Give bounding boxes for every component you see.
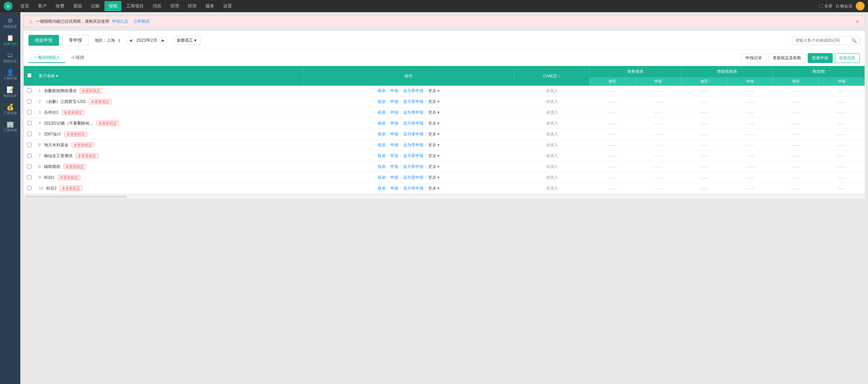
sidebar-item-tax-settings[interactable]: ⚙ 报税设置 [1, 15, 20, 31]
row-finance-fill: —— [590, 86, 635, 97]
op-more[interactable]: 更多 ▾ [428, 153, 439, 158]
nav-item-tax[interactable]: 报税 [104, 1, 121, 11]
op-more[interactable]: 更多 ▾ [428, 99, 439, 104]
row-checkbox[interactable] [27, 132, 32, 136]
op-declare[interactable]: 申报 [390, 88, 398, 93]
op-tax-form[interactable]: 税表 [378, 164, 386, 169]
op-set-zero[interactable]: 设为零申报 [403, 164, 423, 169]
nav-item-service[interactable]: 服务 [201, 1, 218, 11]
op-set-zero[interactable]: 设为零申报 [403, 186, 423, 191]
op-set-zero[interactable]: 设为零申报 [403, 121, 423, 126]
op-declare[interactable]: 申报 [390, 99, 398, 104]
row-checkbox[interactable] [27, 164, 32, 169]
nav-item-accounting[interactable]: 记账 [87, 1, 104, 11]
op-tax-form[interactable]: 税表 [378, 88, 386, 93]
op-set-zero[interactable]: 设为零申报 [403, 175, 423, 180]
nav-item-invoice[interactable]: 票据 [69, 1, 86, 11]
banner-close-btn[interactable]: ✕ [855, 19, 860, 24]
nav-item-settings[interactable]: 设置 [219, 1, 236, 11]
prev-month-btn[interactable]: ◀ [127, 37, 134, 44]
op-more[interactable]: 更多 ▾ [428, 186, 439, 191]
row-ca-status: 未填入 [514, 129, 590, 140]
search-icon[interactable]: 🔍 [851, 38, 857, 43]
nav-item-message[interactable]: 消息 [149, 1, 165, 11]
op-declare[interactable]: 申报 [390, 121, 398, 126]
op-set-zero[interactable]: 设为零申报 [403, 110, 423, 115]
op-tax-form[interactable]: 税表 [378, 175, 386, 180]
op-set-zero[interactable]: 设为零申报 [403, 88, 423, 93]
nav-item-manage[interactable]: 管理 [166, 1, 183, 11]
op-more[interactable]: 更多 ▾ [428, 143, 439, 147]
op-tax-form[interactable]: 税表 [378, 99, 386, 104]
op-more[interactable]: 更多 ▾ [428, 110, 439, 115]
sidebar-item-calc-clear[interactable]: 💰 汇算清缴 [1, 101, 20, 118]
row-checkbox[interactable] [27, 143, 32, 147]
op-tax-form[interactable]: 税表 [378, 153, 386, 158]
sidebar-item-report-overview[interactable]: 🗂 报税总览 [1, 49, 20, 66]
sidebar-item-business-report[interactable]: 🏢 工商年报 [1, 119, 20, 135]
row-checkbox[interactable] [27, 99, 32, 104]
row-checkbox[interactable] [27, 153, 32, 158]
op-tax-form[interactable]: 税表 [378, 110, 386, 115]
row-ops: 税表 | 申报 | 设为零申报 | 更多 ▾ [303, 151, 514, 162]
row-checkbox[interactable] [27, 110, 32, 114]
row-checkbox[interactable] [27, 175, 32, 179]
op-more[interactable]: 更多 ▾ [428, 88, 439, 93]
op-tax-form[interactable]: 税表 [378, 132, 386, 136]
btn-collect-receipt[interactable]: 收取回执 [835, 53, 860, 63]
op-declare[interactable]: 申报 [390, 175, 398, 180]
op-declare[interactable]: 申报 [390, 132, 398, 136]
op-tax-form[interactable]: 税表 [378, 143, 386, 147]
op-declare[interactable]: 申报 [390, 186, 398, 191]
row-finance-fill: —— [590, 107, 635, 118]
op-declare[interactable]: 申报 [390, 110, 398, 115]
op-declare[interactable]: 申报 [390, 153, 398, 158]
row-checkbox[interactable] [27, 186, 32, 190]
op-set-zero[interactable]: 设为零申报 [403, 153, 423, 158]
row-finance-fill: —— [590, 183, 635, 194]
banner-link-summary[interactable]: 申报汇总 [112, 19, 128, 24]
fullscreen-btn[interactable]: ⛶ 全屏 [819, 3, 832, 9]
ca-status-text: 未填入 [546, 110, 558, 115]
nav-item-operation[interactable]: 经营 [184, 1, 201, 11]
tab-zero-declare[interactable]: 零申报 [62, 35, 88, 46]
sidebar-item-personal-report[interactable]: 👤 个税申报 [1, 67, 20, 83]
op-more[interactable]: 更多 ▾ [428, 175, 439, 180]
row-checkbox-cell [24, 172, 35, 183]
nav-item-customer[interactable]: 客户 [34, 1, 51, 11]
btn-report-records[interactable]: 申报记录 [741, 53, 766, 63]
staff-select[interactable]: 全部员工 ▾ [174, 36, 201, 45]
op-set-zero[interactable]: 设为零申报 [403, 143, 423, 147]
row-checkbox[interactable] [27, 121, 32, 125]
next-month-btn[interactable]: ▶ [159, 37, 167, 44]
op-declare[interactable]: 申报 [390, 164, 398, 169]
sidebar-item-report-records[interactable]: 📝 报税记录 [1, 84, 20, 101]
op-more[interactable]: 更多 ▾ [428, 132, 439, 136]
avatar[interactable]: C [856, 2, 865, 10]
banner-link-buy[interactable]: 立即购买 [134, 19, 150, 24]
op-set-zero[interactable]: 设为零申报 [403, 99, 423, 104]
btn-batch-declare[interactable]: 批量申报 [808, 53, 833, 63]
sidebar-item-batch-report[interactable]: 📋 批量报税 [1, 32, 20, 49]
op-more[interactable]: 更多 ▾ [428, 121, 439, 126]
th-client-name: 客户名称 ▾ [35, 66, 303, 86]
op-tax-form[interactable]: 税表 [378, 121, 386, 126]
horizontal-scrollbar[interactable] [24, 194, 865, 199]
op-declare[interactable]: 申报 [390, 143, 398, 147]
th-vat-declare: 申报 [727, 77, 773, 86]
type-tab-general[interactable]: 一般的纳税人 [28, 53, 66, 63]
nav-item-billing[interactable]: 收费 [52, 1, 68, 11]
scrollbar-thumb[interactable] [25, 195, 127, 198]
type-tab-small[interactable]: 小规模 [66, 53, 90, 63]
tab-tax-declare[interactable]: 税款申报 [28, 35, 59, 46]
btn-update-tax[interactable]: 更新税定及取数 [768, 53, 806, 63]
op-more[interactable]: 更多 ▾ [428, 164, 439, 169]
nav-item-home[interactable]: 首页 [16, 1, 33, 11]
nav-item-business[interactable]: 工商项目 [122, 1, 148, 11]
op-tax-form[interactable]: 税表 [378, 186, 386, 191]
vip-btn[interactable]: ⊡ 畅会员 [836, 3, 852, 9]
row-checkbox[interactable] [27, 88, 32, 93]
op-set-zero[interactable]: 设为零申报 [403, 132, 423, 136]
select-all-checkbox[interactable] [27, 73, 32, 78]
search-input[interactable] [795, 38, 850, 43]
